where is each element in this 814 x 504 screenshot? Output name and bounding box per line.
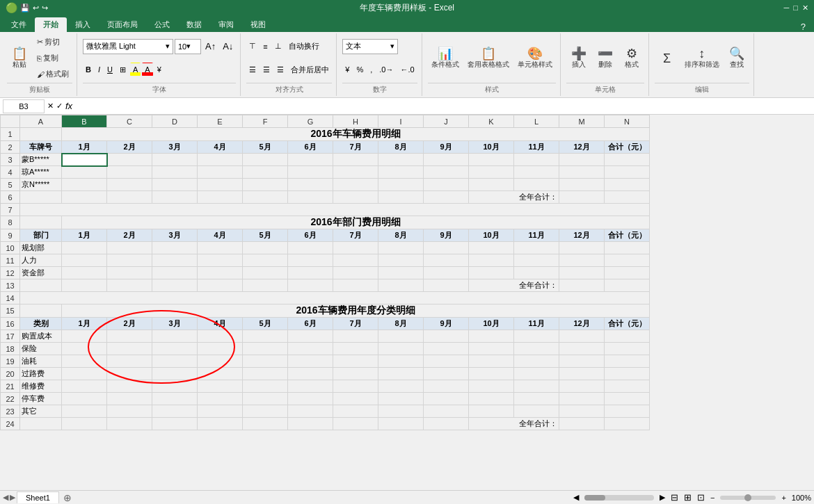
cell-G12[interactable] bbox=[288, 267, 333, 279]
col-header-I[interactable]: I bbox=[378, 115, 424, 128]
cell-M3[interactable] bbox=[559, 154, 605, 166]
cell-N19[interactable] bbox=[605, 355, 650, 368]
cell-L18[interactable] bbox=[514, 343, 559, 355]
scroll-bar[interactable] bbox=[584, 495, 654, 501]
zoom-out-btn[interactable]: − bbox=[710, 494, 715, 502]
cell-J18[interactable] bbox=[424, 343, 469, 355]
close-btn[interactable]: ✕ bbox=[802, 3, 808, 13]
cell-K3[interactable] bbox=[469, 154, 514, 166]
row-header-21[interactable]: 21 bbox=[1, 380, 20, 393]
cell-D19[interactable] bbox=[152, 355, 198, 368]
cell-E23[interactable] bbox=[198, 405, 243, 418]
cell-L16[interactable]: 11月 bbox=[514, 318, 559, 330]
cell-I21[interactable] bbox=[378, 380, 424, 393]
cell-A20[interactable]: 过路费 bbox=[20, 368, 62, 380]
cell-A23[interactable]: 其它 bbox=[20, 405, 62, 418]
sort-filter-button[interactable]: ↕ 排序和筛选 bbox=[681, 45, 723, 72]
cell-F20[interactable] bbox=[243, 368, 288, 380]
cell-I16[interactable]: 8月 bbox=[378, 318, 424, 330]
row-header-2[interactable]: 2 bbox=[1, 141, 20, 154]
cell-C9[interactable]: 2月 bbox=[107, 229, 152, 242]
cell-B3[interactable] bbox=[62, 154, 107, 166]
cell-E11[interactable] bbox=[198, 254, 243, 267]
cell-B21[interactable] bbox=[62, 380, 107, 393]
cell-A13[interactable] bbox=[20, 279, 62, 292]
cell-G4[interactable] bbox=[288, 166, 333, 179]
cell-I24[interactable] bbox=[378, 418, 424, 430]
cell-G11[interactable] bbox=[288, 254, 333, 267]
cell-J3[interactable] bbox=[424, 154, 469, 166]
cell-K16[interactable]: 10月 bbox=[469, 318, 514, 330]
cell-F23[interactable] bbox=[243, 405, 288, 418]
view-page-break[interactable]: ⊡ bbox=[697, 492, 705, 503]
cell-E20[interactable] bbox=[198, 368, 243, 380]
cell-K19[interactable] bbox=[469, 355, 514, 368]
row-header-22[interactable]: 22 bbox=[1, 393, 20, 405]
cell-I20[interactable] bbox=[378, 368, 424, 380]
align-middle-btn[interactable]: ≡ bbox=[260, 40, 270, 54]
maximize-btn[interactable]: □ bbox=[793, 3, 798, 13]
cell-C22[interactable] bbox=[107, 393, 152, 405]
cell-I22[interactable] bbox=[378, 393, 424, 405]
cell-M2[interactable]: 12月 bbox=[559, 141, 605, 154]
decrease-font-btn[interactable]: A↓ bbox=[220, 40, 236, 54]
cell-B16[interactable]: 1月 bbox=[62, 318, 107, 330]
cell-A8[interactable] bbox=[20, 216, 62, 229]
cell-K12[interactable] bbox=[469, 267, 514, 279]
cell-C13[interactable] bbox=[107, 279, 152, 292]
cell-K24-total[interactable]: 全年合计： bbox=[469, 418, 559, 430]
cell-C2[interactable]: 2月 bbox=[107, 141, 152, 154]
row-header-4[interactable]: 4 bbox=[1, 166, 20, 179]
cell-I18[interactable] bbox=[378, 343, 424, 355]
cell-E19[interactable] bbox=[198, 355, 243, 368]
sheet-tab-sheet1[interactable]: Sheet1 bbox=[17, 491, 59, 503]
cell-D3[interactable] bbox=[152, 154, 198, 166]
cell-C11[interactable] bbox=[107, 254, 152, 267]
cell-E6[interactable] bbox=[198, 191, 243, 204]
cell-M20[interactable] bbox=[559, 368, 605, 380]
comma-btn[interactable]: , bbox=[367, 63, 375, 76]
cell-H21[interactable] bbox=[333, 380, 378, 393]
cell-M6[interactable] bbox=[559, 191, 605, 204]
quick-undo[interactable]: ↩ bbox=[33, 3, 39, 13]
col-header-L[interactable]: L bbox=[514, 115, 559, 128]
tab-review[interactable]: 审阅 bbox=[210, 17, 242, 32]
row-header-3[interactable]: 3 bbox=[1, 154, 20, 166]
cell-L17[interactable] bbox=[514, 330, 559, 343]
cell-E18[interactable] bbox=[198, 343, 243, 355]
col-header-F[interactable]: F bbox=[243, 115, 288, 128]
cell-K13-total[interactable]: 全年合计： bbox=[469, 279, 559, 292]
row-header-24[interactable]: 24 bbox=[1, 418, 20, 430]
cell-H16[interactable]: 7月 bbox=[333, 318, 378, 330]
row-header-8[interactable]: 8 bbox=[1, 216, 20, 229]
cell-G6[interactable] bbox=[288, 191, 333, 204]
cell-H3[interactable] bbox=[333, 154, 378, 166]
cell-L20[interactable] bbox=[514, 368, 559, 380]
cell-D4[interactable] bbox=[152, 166, 198, 179]
scroll-right-btn[interactable]: ▶ bbox=[660, 493, 665, 502]
function-icon[interactable]: fx bbox=[65, 101, 72, 111]
find-button[interactable]: 🔍 查找 bbox=[724, 45, 749, 72]
underline-button[interactable]: U bbox=[104, 63, 115, 76]
tab-page-layout[interactable]: 页面布局 bbox=[99, 17, 146, 32]
cell-J23[interactable] bbox=[424, 405, 469, 418]
cell-style-button[interactable]: 🎨 单元格样式 bbox=[514, 45, 556, 72]
tab-home[interactable]: 开始 bbox=[35, 17, 67, 32]
cell-C24[interactable] bbox=[107, 418, 152, 430]
cell-K2[interactable]: 10月 bbox=[469, 141, 514, 154]
cell-K10[interactable] bbox=[469, 242, 514, 254]
cell-N16[interactable]: 合计（元） bbox=[605, 318, 650, 330]
cell-G19[interactable] bbox=[288, 355, 333, 368]
cell-B22[interactable] bbox=[62, 393, 107, 405]
align-left-btn[interactable]: ☰ bbox=[246, 63, 259, 76]
number-format-selector[interactable]: 文本 ▾ bbox=[342, 39, 398, 54]
col-header-N[interactable]: N bbox=[605, 115, 650, 128]
cell-A15[interactable] bbox=[20, 304, 62, 318]
cell-K6-total[interactable]: 全年合计： bbox=[469, 191, 559, 204]
cell-J22[interactable] bbox=[424, 393, 469, 405]
cell-N21[interactable] bbox=[605, 380, 650, 393]
cell-C10[interactable] bbox=[107, 242, 152, 254]
col-header-C[interactable]: C bbox=[107, 115, 152, 128]
cell-reference-input[interactable] bbox=[3, 99, 45, 113]
col-header-A[interactable]: A bbox=[20, 115, 62, 128]
